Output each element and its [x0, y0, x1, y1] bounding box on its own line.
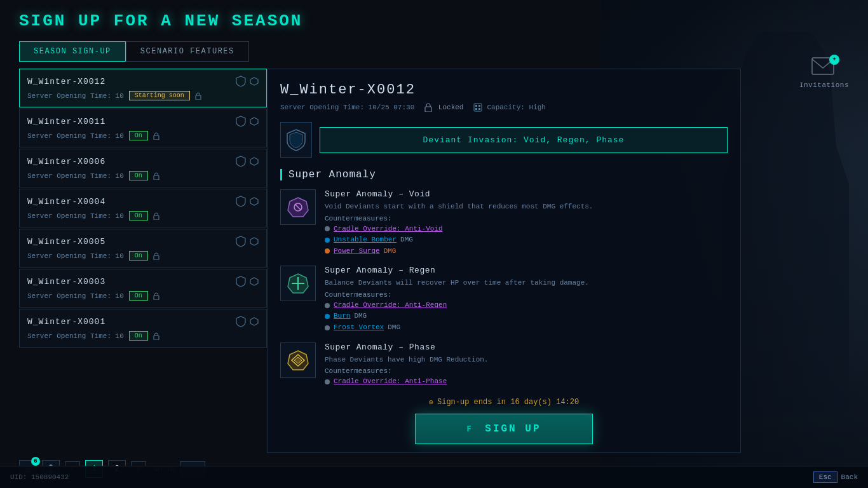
map-icon — [250, 77, 259, 86]
section-title-super-anomaly: Super Anomaly — [280, 169, 728, 180]
server-time: Server Opening Time: 10 — [27, 252, 124, 260]
status-badge: On — [129, 251, 148, 261]
status-badge: On — [129, 131, 148, 140]
anomaly-icon-2 — [280, 342, 316, 378]
anomaly-content-0: Super Anomaly – Void Void Deviants start… — [325, 189, 728, 257]
counter-item: Cradle Override: Anti-Phase — [325, 376, 728, 388]
invitations-label: Invitations — [799, 81, 849, 89]
counter-link[interactable]: Cradle Override: Anti-Phase — [334, 376, 447, 388]
lock-icon — [153, 332, 159, 340]
server-icons — [236, 76, 259, 87]
lock-icon — [153, 132, 159, 140]
counter-link[interactable]: Frost Vortex — [334, 322, 384, 334]
anomaly-icon-1 — [280, 266, 316, 301]
esc-back-control: Esc Back — [813, 471, 858, 483]
detail-meta: Server Opening Time: 10/25 07:30 Locked … — [280, 103, 728, 112]
server-item-W_Winter-X0011[interactable]: W_Winter-X0011 Server Opening Time: 10 O… — [19, 109, 267, 147]
map-icon — [250, 237, 259, 246]
anomaly-title: Super Anomaly – Phase — [325, 342, 728, 352]
svg-marker-7 — [250, 198, 258, 205]
counter-dot — [325, 379, 330, 384]
server-item-W_Winter-X0003[interactable]: W_Winter-X0003 Server Opening Time: 10 O… — [19, 269, 267, 308]
signup-section: ⊙ Sign-up ends in 16 day(s) 14:20 F SIGN… — [280, 398, 728, 444]
locked-badge: Locked — [424, 103, 463, 112]
map-icon — [250, 317, 259, 326]
svg-rect-12 — [154, 295, 159, 300]
counter-link[interactable]: Cradle Override: Anti-Void — [334, 224, 443, 235]
server-name: W_Winter-X0011 — [27, 117, 105, 126]
lock-icon — [195, 92, 201, 100]
svg-rect-6 — [154, 175, 159, 180]
features-row: Deviant Invasion: Void, Regen, Phase — [280, 122, 728, 158]
invitations-button[interactable]: + Invitations — [799, 57, 849, 89]
counter-text: DMG — [354, 311, 367, 322]
svg-rect-4 — [154, 135, 159, 140]
status-badge: On — [129, 331, 148, 341]
counter-item: Unstable Bomber DMG — [325, 234, 728, 246]
server-item-W_Winter-X0012[interactable]: W_Winter-X0012 Server Opening Time: 10 S… — [19, 69, 267, 107]
svg-rect-18 — [478, 105, 480, 107]
lock-icon — [153, 252, 159, 260]
detail-opening-time: Server Opening Time: 10/25 07:30 — [280, 104, 414, 111]
detail-title: W_Winter-X0012 — [280, 82, 728, 98]
signup-timer: ⊙ Sign-up ends in 16 day(s) 14:20 — [280, 398, 728, 407]
svg-rect-16 — [474, 104, 482, 111]
server-item-W_Winter-X0006[interactable]: W_Winter-X0006 Server Opening Time: 10 O… — [19, 149, 267, 187]
server-time: Server Opening Time: 10 — [27, 132, 124, 140]
anomaly-card-0: Super Anomaly – Void Void Deviants start… — [280, 189, 728, 257]
server-icons — [236, 236, 259, 247]
svg-rect-14 — [154, 336, 159, 340]
counter-link[interactable]: Unstable Bomber — [334, 234, 397, 246]
counter-label: Countermeasures: — [325, 291, 728, 299]
anomaly-desc: Void Deviants start with a shield that r… — [325, 201, 728, 212]
shield-icon-small — [236, 316, 246, 327]
server-time: Server Opening Time: 10 — [27, 292, 124, 300]
server-name: W_Winter-X0003 — [27, 277, 105, 287]
tab-scenario-features[interactable]: SCENARIO FEATURES — [126, 41, 249, 62]
counter-label: Countermeasures: — [325, 367, 728, 375]
svg-marker-3 — [250, 118, 258, 125]
counter-text: DMG — [388, 322, 400, 334]
server-list: W_Winter-X0012 Server Opening Time: 10 S… — [19, 69, 267, 453]
counter-link[interactable]: Cradle Override: Anti-Regen — [334, 300, 447, 311]
server-time: Server Opening Time: 10 — [27, 332, 124, 340]
filter-badge: 6 — [31, 457, 40, 466]
main-content: W_Winter-X0012 Server Opening Time: 10 S… — [19, 69, 741, 453]
anomaly-content-1: Super Anomaly – Regen Balance Deviants w… — [325, 266, 728, 333]
map-icon — [250, 197, 259, 206]
server-name: W_Winter-X0001 — [27, 317, 105, 327]
server-time: Server Opening Time: 10 — [27, 212, 124, 220]
svg-marker-5 — [250, 158, 258, 165]
server-icons — [236, 316, 259, 327]
tab-season-signup[interactable]: SEASON SIGN-UP — [19, 41, 126, 62]
shield-feature — [280, 122, 312, 158]
anomaly-card-1: Super Anomaly – Regen Balance Deviants w… — [280, 266, 728, 333]
signup-button[interactable]: F SIGN UP — [415, 414, 593, 444]
capacity-badge: Capacity: High — [473, 103, 545, 112]
server-name: W_Winter-X0004 — [27, 197, 105, 207]
shield-icon-small — [236, 156, 246, 167]
deviant-tag: Deviant Invasion: Void, Regen, Phase — [320, 127, 728, 153]
counter-item: Burn DMG — [325, 311, 728, 322]
svg-rect-2 — [196, 95, 201, 100]
server-item-W_Winter-X0001[interactable]: W_Winter-X0001 Server Opening Time: 10 O… — [19, 309, 267, 348]
anomaly-title: Super Anomaly – Void — [325, 189, 728, 199]
counter-dot — [325, 248, 330, 254]
shield-icon-small — [236, 76, 246, 87]
server-item-W_Winter-X0005[interactable]: W_Winter-X0005 Server Opening Time: 10 O… — [19, 229, 267, 268]
server-name: W_Winter-X0012 — [27, 77, 105, 86]
counter-dot — [325, 226, 330, 231]
anomaly-title: Super Anomaly – Regen — [325, 266, 728, 275]
status-badge: Starting soon — [129, 91, 190, 100]
uid-display: UID: 150890432 — [10, 473, 69, 481]
counter-link[interactable]: Burn — [334, 311, 350, 322]
shield-icon-small — [236, 196, 246, 207]
svg-marker-1 — [250, 78, 258, 85]
esc-key[interactable]: Esc — [813, 471, 837, 483]
shield-icon-small — [236, 276, 246, 287]
counter-link[interactable]: Power Surge — [334, 246, 380, 257]
svg-rect-20 — [478, 108, 480, 110]
server-icons — [236, 196, 259, 207]
server-name: W_Winter-X0006 — [27, 157, 105, 166]
server-item-W_Winter-X0004[interactable]: W_Winter-X0004 Server Opening Time: 10 O… — [19, 189, 267, 227]
